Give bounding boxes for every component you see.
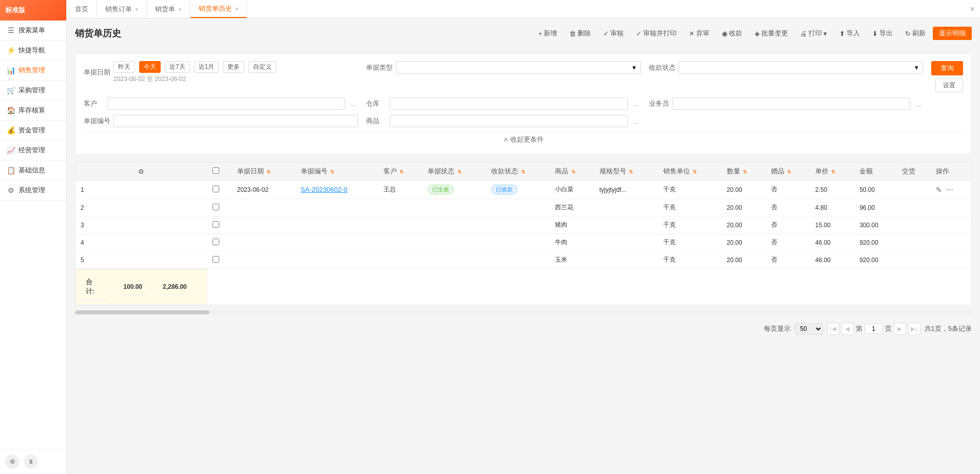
delete-button[interactable]: 🗑 删除: [564, 27, 596, 40]
date-btn-custom[interactable]: 自定义: [248, 61, 276, 73]
doc-no-label: 单据编号: [84, 116, 110, 126]
th-doc-status[interactable]: 单据状态 ⇅: [422, 163, 486, 181]
row-checkbox[interactable]: [213, 239, 219, 245]
query-button[interactable]: 查询: [931, 61, 963, 75]
warehouse-dots[interactable]: ...: [631, 100, 641, 108]
sidebar-item-quick[interactable]: ⚡ 快捷导航: [0, 41, 66, 61]
collect-button[interactable]: ◉ 收款: [717, 27, 747, 40]
th-date[interactable]: 单据日期 ⇅: [232, 163, 296, 181]
tab-home[interactable]: 首页: [67, 0, 97, 18]
customer-label: 客户: [84, 99, 104, 108]
sidebar-item-system[interactable]: ⚙ 系统管理: [0, 181, 66, 201]
sidebar-item-inventory[interactable]: 🏠 库存核算: [0, 101, 66, 121]
row-checkbox[interactable]: [213, 256, 219, 263]
date-btn-today[interactable]: 今天: [139, 61, 161, 73]
tab-close-sales-order[interactable]: ×: [135, 6, 138, 12]
import-button[interactable]: ⬆ 导入: [834, 27, 865, 40]
doc-no-link[interactable]: SA-20230602-0: [301, 186, 348, 193]
sidebar-settings-icon[interactable]: ⚙: [5, 455, 20, 469]
th-unit[interactable]: 销售单位 ⇅: [658, 163, 722, 181]
add-button[interactable]: + 新增: [533, 27, 562, 40]
row-checkbox[interactable]: [213, 204, 219, 210]
doc-no-input[interactable]: [113, 115, 358, 127]
sidebar-item-purchase[interactable]: 🛒 采购管理: [0, 81, 66, 101]
tab-close-sales-history[interactable]: ×: [235, 6, 238, 12]
customer-input[interactable]: [107, 97, 345, 110]
audit-print-button[interactable]: ✓ 审核并打印: [631, 27, 682, 40]
goods-input[interactable]: [390, 115, 627, 127]
next-page-btn[interactable]: ▶: [894, 323, 906, 335]
th-checkbox[interactable]: [207, 163, 232, 181]
cell-spec: tyjyjtyjdf...: [594, 181, 658, 199]
per-page-select[interactable]: 50 100 200: [795, 323, 823, 334]
date-btn-month1[interactable]: 近1月: [194, 61, 219, 73]
refresh-button[interactable]: ↻ 刷新: [900, 27, 931, 40]
staff-dots[interactable]: ...: [913, 100, 923, 108]
page-input[interactable]: [864, 324, 883, 334]
tab-close-sales-goods[interactable]: ×: [178, 6, 181, 12]
th-settings[interactable]: ⚙: [75, 163, 207, 181]
date-btn-yesterday[interactable]: 昨天: [113, 61, 135, 73]
sidebar-item-finance[interactable]: 💰 资金管理: [0, 121, 66, 141]
row-checkbox[interactable]: [213, 186, 219, 192]
th-qty[interactable]: 数量 ⇅: [722, 163, 766, 181]
prev-page-btn[interactable]: ◀: [841, 323, 854, 335]
export-button[interactable]: ⬇ 导出: [867, 27, 898, 40]
scrollbar-thumb[interactable]: [75, 310, 209, 314]
more-icon[interactable]: ⋯: [946, 186, 953, 194]
th-spec[interactable]: 规格型号 ⇅: [594, 163, 658, 181]
th-customer[interactable]: 客户 ⇅: [378, 163, 422, 181]
batch-change-button[interactable]: ◈ 批量变更: [750, 27, 793, 40]
select-all-checkbox[interactable]: [213, 167, 219, 174]
table-settings-icon: ⚙: [138, 168, 144, 175]
settings-button[interactable]: 设置: [935, 78, 963, 92]
horizontal-scrollbar[interactable]: [75, 310, 972, 314]
staff-input[interactable]: [672, 97, 910, 110]
cell-checkbox[interactable]: [207, 199, 232, 216]
print-button[interactable]: 🖨 打印 ▾: [795, 27, 832, 40]
first-page-btn[interactable]: |◀: [827, 323, 839, 335]
sidebar-item-sales[interactable]: 📊 销售管理: [0, 61, 66, 81]
collect-status-select[interactable]: ▾: [679, 61, 923, 74]
warehouse-input[interactable]: [390, 97, 627, 110]
collapse-bar[interactable]: ∧ 收起更条件: [84, 131, 963, 147]
tab-sales-goods[interactable]: 销货单 ×: [147, 0, 190, 18]
table-row: 1 2023-06-02 SA-20230602-0 王总 已生效 已收款 小白…: [75, 181, 971, 199]
delete-icon: 🗑: [569, 30, 576, 37]
th-doc-no[interactable]: 单据编号 ⇅: [296, 163, 378, 181]
sidebar-item-label: 快捷导航: [18, 46, 45, 55]
date-btn-week7[interactable]: 近7天: [165, 61, 190, 73]
operation-icon: 📈: [6, 146, 15, 155]
row-checkbox[interactable]: [213, 221, 219, 228]
sidebar-pause-icon[interactable]: ⏸: [24, 455, 38, 469]
sidebar-item-operation[interactable]: 📈 经营管理: [0, 141, 66, 161]
th-gift[interactable]: 赠品 ⇅: [766, 163, 810, 181]
warehouse-label: 仓库: [366, 99, 387, 108]
finance-icon: 💰: [6, 126, 15, 135]
sort-docno-icon: ⇅: [330, 169, 334, 174]
date-btn-more[interactable]: 更多: [223, 61, 244, 73]
cell-checkbox[interactable]: [207, 251, 232, 269]
th-unit-price[interactable]: 单价 ⇅: [810, 163, 854, 181]
cell-checkbox[interactable]: [207, 216, 232, 234]
audit-button[interactable]: ✓ 审核: [598, 27, 629, 40]
sidebar-item-basic[interactable]: 📋 基础信息: [0, 161, 66, 181]
doc-type-label: 单据类型: [366, 63, 393, 72]
tab-sales-history[interactable]: 销货单历史 ×: [190, 0, 247, 18]
sidebar-bottom: ⚙ ⏸: [0, 449, 66, 474]
goods-dots[interactable]: ...: [631, 117, 641, 125]
customer-dots[interactable]: ...: [348, 100, 358, 108]
th-goods[interactable]: 商品 ⇅: [550, 163, 594, 181]
show-detail-button[interactable]: 显示明细: [933, 27, 972, 40]
cell-checkbox[interactable]: [207, 181, 232, 199]
discard-button[interactable]: ✕ 弃审: [684, 27, 715, 40]
tab-close-all[interactable]: ×: [970, 5, 980, 14]
th-collect-status[interactable]: 收款状态 ⇅: [486, 163, 550, 181]
edit-icon[interactable]: ✎: [936, 186, 942, 194]
last-page-btn[interactable]: ▶|: [908, 323, 920, 335]
cell-checkbox[interactable]: [207, 234, 232, 251]
audit-print-icon: ✓: [636, 30, 642, 37]
doc-type-select[interactable]: ▾: [396, 61, 640, 74]
sidebar-item-search[interactable]: ☰ 搜索菜单: [0, 21, 66, 41]
tab-sales-order[interactable]: 销售订单 ×: [97, 0, 147, 18]
